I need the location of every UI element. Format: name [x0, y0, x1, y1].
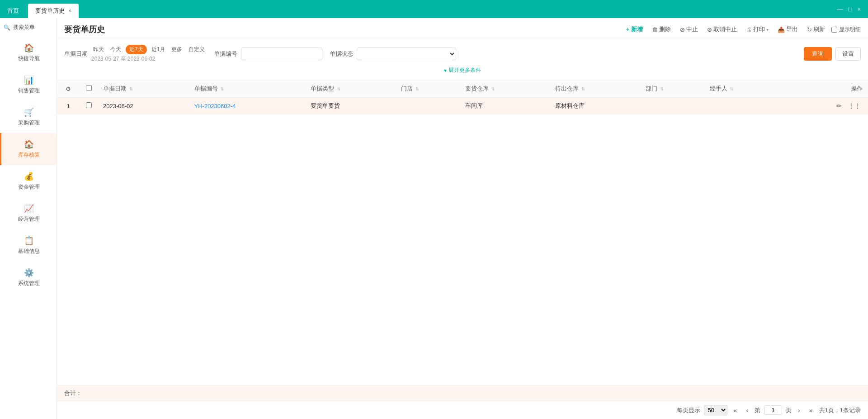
th-pending-warehouse-label: 待出仓库 — [555, 85, 579, 92]
window-maximize[interactable]: □ — [849, 6, 852, 13]
search-icon: 🔍 — [4, 24, 10, 31]
select-all-checkbox[interactable] — [86, 85, 92, 91]
page-header: 要货单历史 + 新增 🗑 删除 ⊘ 中止 ⊘ 取消中止 — [57, 18, 868, 39]
sidebar-item-finance[interactable]: 💰 资金管理 — [0, 165, 57, 197]
sidebar-item-inventory-label: 库存核算 — [18, 151, 40, 159]
window-close[interactable]: × — [857, 6, 861, 13]
sidebar-item-inventory[interactable]: 🏠 库存核算 — [0, 133, 57, 165]
sidebar: 🔍 搜索菜单 🏠 快捷导航 📊 销售管理 🛒 采购管理 🏠 库存核算 💰 资金管… — [0, 18, 57, 419]
print-icon: 🖨 — [746, 26, 752, 33]
row-more-button[interactable]: ⋮⋮ — [846, 101, 863, 110]
refresh-button[interactable]: ↻ 刷新 — [804, 24, 828, 35]
last-page-button[interactable]: » — [807, 405, 816, 415]
table-row[interactable]: 1 2023-06-02 YH-20230602-4 要货单要货 车间库 — [57, 98, 868, 114]
date-shortcut-today[interactable]: 今天 — [108, 45, 123, 54]
th-handler[interactable]: 经手人 ⇅ — [704, 80, 782, 98]
tab-order-history[interactable]: 要货单历史 × — [28, 4, 79, 18]
sidebar-item-system-label: 系统管理 — [18, 280, 40, 287]
sidebar-item-operations[interactable]: 📈 经营管理 — [0, 197, 57, 229]
date-shortcut-more[interactable]: 更多 — [170, 45, 184, 54]
sidebar-item-basic-info[interactable]: 📋 基础信息 — [0, 229, 57, 262]
per-page-select[interactable]: 50 100 200 — [704, 405, 727, 415]
th-store[interactable]: 门店 ⇅ — [396, 80, 460, 98]
cell-pending-warehouse: 原材料仓库 — [550, 98, 640, 114]
page-number-input[interactable] — [764, 405, 782, 415]
doc-status-select[interactable] — [357, 48, 456, 60]
sidebar-item-purchase[interactable]: 🛒 采购管理 — [0, 101, 57, 133]
doc-number-link[interactable]: YH-20230602-4 — [194, 103, 236, 110]
sort-doc-number-icon: ⇅ — [220, 86, 224, 91]
system-icon: ⚙️ — [24, 268, 34, 278]
sales-icon: 📊 — [24, 75, 34, 85]
th-dept[interactable]: 部门 ⇅ — [640, 80, 704, 98]
table-body: 1 2023-06-02 YH-20230602-4 要货单要货 车间库 — [57, 98, 868, 114]
th-handler-label: 经手人 — [710, 85, 727, 92]
sidebar-item-sales[interactable]: 📊 销售管理 — [0, 69, 57, 101]
sort-dept-icon: ⇅ — [660, 86, 664, 91]
content-area: 要货单历史 + 新增 🗑 删除 ⊘ 中止 ⊘ 取消中止 — [57, 18, 868, 419]
export-icon: 📤 — [778, 26, 785, 33]
th-req-warehouse[interactable]: 要货仓库 ⇅ — [460, 80, 550, 98]
date-shortcut-yesterday[interactable]: 昨天 — [91, 45, 106, 54]
th-req-warehouse-label: 要货仓库 — [465, 85, 489, 92]
table-header: ⚙ 单据日期 ⇅ 单据编号 ⇅ — [57, 80, 868, 98]
date-shortcut-custom[interactable]: 自定义 — [187, 45, 207, 54]
quicknav-icon: 🏠 — [24, 43, 34, 53]
cell-dept — [640, 98, 704, 114]
per-page-label: 每页显示 — [677, 406, 700, 414]
date-shortcut-1month[interactable]: 近1月 — [150, 45, 167, 54]
next-page-button[interactable]: › — [795, 405, 803, 415]
delete-button[interactable]: 🗑 删除 — [649, 24, 674, 35]
expand-more-button[interactable]: ▾ 展开更多条件 — [64, 67, 861, 74]
refresh-icon: ↻ — [807, 26, 812, 33]
th-doc-number[interactable]: 单据编号 ⇅ — [189, 80, 306, 98]
page-unit-label: 页 — [786, 406, 792, 414]
purchase-icon: 🛒 — [24, 107, 34, 117]
sidebar-item-system[interactable]: ⚙️ 系统管理 — [0, 262, 57, 294]
export-button[interactable]: 📤 导出 — [775, 24, 801, 35]
sidebar-search[interactable]: 🔍 搜索菜单 — [0, 18, 57, 37]
sidebar-item-quicknav-label: 快捷导航 — [18, 55, 40, 62]
sidebar-item-sales-label: 销售管理 — [18, 87, 40, 95]
refresh-label: 刷新 — [813, 25, 825, 33]
th-pending-warehouse[interactable]: 待出仓库 ⇅ — [550, 80, 640, 98]
cancel-suspend-label: 取消中止 — [713, 25, 737, 33]
th-doc-date-label: 单据日期 — [103, 85, 127, 92]
delete-label: 删除 — [659, 25, 671, 33]
sidebar-item-quicknav[interactable]: 🏠 快捷导航 — [0, 37, 57, 69]
row-checkbox[interactable] — [86, 102, 92, 108]
row-edit-button[interactable]: ✏ — [835, 101, 844, 110]
date-filter-inner: 昨天 今天 近7天 近1月 更多 自定义 2023-05-27 至 2023-0… — [91, 45, 207, 63]
new-button[interactable]: + 新增 — [623, 24, 646, 35]
settings-button[interactable]: 设置 — [835, 47, 861, 61]
th-doc-type[interactable]: 单据类型 ⇅ — [305, 80, 396, 98]
pagination-bar: 每页显示 50 100 200 « ‹ 第 页 › » 共1页，1条记录 — [57, 401, 868, 419]
th-doc-date[interactable]: 单据日期 ⇅ — [98, 80, 189, 98]
display-detail-input[interactable] — [831, 27, 837, 33]
expand-more-label: 展开更多条件 — [448, 67, 481, 74]
doc-number-input[interactable] — [241, 48, 322, 60]
sort-store-icon: ⇅ — [415, 86, 419, 91]
display-detail-checkbox[interactable]: 显示明细 — [831, 26, 861, 33]
query-button[interactable]: 查询 — [804, 47, 832, 61]
first-page-button[interactable]: « — [731, 405, 740, 415]
date-shortcut-7days[interactable]: 近7天 — [126, 45, 147, 54]
tab-home[interactable]: 首页 — [0, 4, 26, 18]
window-minimize[interactable]: — — [837, 6, 843, 13]
th-settings[interactable]: ⚙ — [57, 80, 80, 98]
prev-page-button[interactable]: ‹ — [743, 405, 751, 415]
row-actions: ✏ ⋮⋮ — [787, 101, 863, 110]
display-detail-label: 显示明细 — [839, 26, 861, 33]
sort-doc-type-icon: ⇅ — [337, 86, 340, 91]
close-tab-icon[interactable]: × — [68, 8, 71, 14]
cell-doc-type: 要货单要货 — [305, 98, 396, 114]
top-bar: 首页 要货单历史 × — □ × — [0, 0, 868, 18]
cell-doc-number: YH-20230602-4 — [189, 98, 306, 114]
doc-status-filter-group: 单据状态 — [330, 48, 456, 60]
print-button[interactable]: 🖨 打印 ▾ — [743, 24, 771, 35]
cancel-suspend-button[interactable]: ⊘ 取消中止 — [704, 24, 740, 35]
suspend-button[interactable]: ⊘ 中止 — [677, 24, 701, 35]
window-actions: — □ × — [830, 6, 868, 13]
cell-req-warehouse: 车间库 — [460, 98, 550, 114]
suspend-label: 中止 — [686, 25, 698, 33]
